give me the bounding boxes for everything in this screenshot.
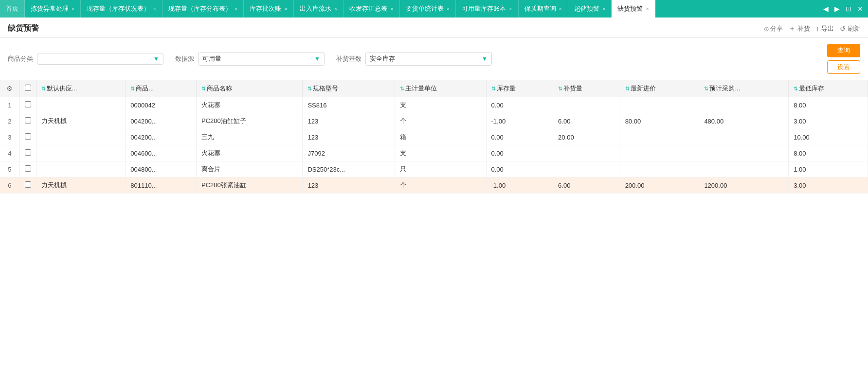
close-tab-11[interactable]: × xyxy=(646,6,649,12)
row-goods-name: 火花塞 xyxy=(197,145,303,161)
table-row: 4 004600... 火花塞 J7092 支 0.00 8.00 xyxy=(0,145,868,161)
replenish-basis-select[interactable]: 安全库存 ▼ xyxy=(365,52,492,66)
share-button[interactable]: ⎋ 分享 xyxy=(764,24,783,33)
row-unit: 支 xyxy=(395,97,486,113)
close-tab-9[interactable]: × xyxy=(559,6,562,12)
column-latest-price[interactable]: ⇅最新进价 xyxy=(620,80,699,97)
column-unit[interactable]: ⇅主计量单位 xyxy=(395,80,486,97)
row-checkbox[interactable] xyxy=(25,149,31,156)
row-replenish: 6.00 xyxy=(553,113,620,129)
filter-bar: 商品分类 ▼ 数据源 可用量 ▼ 补货基数 安全库存 ▼ 查询 设置 xyxy=(0,38,868,80)
row-min-stock: 3.00 xyxy=(789,177,868,194)
close-tab-7[interactable]: × xyxy=(447,6,450,12)
nav-close-icon[interactable]: ✕ xyxy=(854,5,866,13)
tab-inout-flow[interactable]: 出入库流水 × xyxy=(294,0,344,18)
category-select[interactable]: ▼ xyxy=(37,53,163,65)
row-latest-price xyxy=(620,145,699,161)
settings-button[interactable]: 设置 xyxy=(827,60,860,74)
column-spec[interactable]: ⇅规格型号 xyxy=(303,80,395,97)
datasource-select[interactable]: 可用量 ▼ xyxy=(198,52,325,66)
close-tab-3[interactable]: × xyxy=(235,6,237,12)
row-default-supplier: 力天机械 xyxy=(36,177,126,194)
tab-inventory-status[interactable]: 现存量（库存状况表） × xyxy=(81,0,162,18)
row-num: 6 xyxy=(0,177,19,194)
row-replenish: 6.00 xyxy=(553,177,620,194)
row-unit: 个 xyxy=(395,113,486,129)
tab-receipt-summary[interactable]: 收发存汇总表 × xyxy=(344,0,399,18)
datasource-label: 数据源 xyxy=(175,54,194,63)
row-latest-price: 80.00 xyxy=(620,113,699,129)
row-goods-code: 801110... xyxy=(126,177,197,194)
row-num: 1 xyxy=(0,97,19,113)
row-min-stock: 3.00 xyxy=(789,113,868,129)
table-row: 2 力天机械 004200... PC200油缸缸子 123 个 -1.00 6… xyxy=(0,113,868,129)
row-latest-price xyxy=(620,129,699,145)
row-spec: 123 xyxy=(303,177,395,194)
page-container: 缺货预警 ⎋ 分享 ＋ 补货 ↑ 导出 ↺ 刷新 商品分类 xyxy=(0,18,868,387)
query-button[interactable]: 查询 xyxy=(827,44,860,57)
refresh-button[interactable]: ↺ 刷新 xyxy=(840,24,860,33)
close-tab-2[interactable]: × xyxy=(153,6,156,12)
close-tab-10[interactable]: × xyxy=(602,6,605,12)
tab-batch-account[interactable]: 库存批次账 × xyxy=(244,0,293,18)
column-replenish[interactable]: ⇅补货量 xyxy=(553,80,620,97)
row-spec: DS250*23c... xyxy=(303,161,395,177)
tab-home[interactable]: 首页 xyxy=(0,0,25,18)
tab-expiry-query[interactable]: 保质期查询 × xyxy=(519,0,568,18)
row-min-stock: 10.00 xyxy=(789,129,868,145)
tab-shortage-warning[interactable]: 缺货预警 × xyxy=(612,0,655,18)
row-goods-name: 三九 xyxy=(197,129,303,145)
nav-prev-icon[interactable]: ◀ xyxy=(820,5,832,13)
row-checkbox[interactable] xyxy=(25,133,31,140)
table-row: 5 004800... 离合片 DS250*23c... 只 0.00 1.00 xyxy=(0,161,868,177)
close-tab-4[interactable]: × xyxy=(284,6,287,12)
select-all-checkbox[interactable] xyxy=(25,85,31,91)
nav-next-icon[interactable]: ▶ xyxy=(832,5,843,13)
row-checkbox[interactable] xyxy=(25,117,31,123)
row-spec: 123 xyxy=(303,113,395,129)
category-filter-group: 商品分类 ▼ xyxy=(8,53,163,65)
row-stock: -1.00 xyxy=(486,113,553,129)
close-tab-6[interactable]: × xyxy=(390,6,393,12)
row-default-supplier: 力天机械 xyxy=(36,113,126,129)
row-goods-name: PC200油缸缸子 xyxy=(197,113,303,129)
nav-restore-icon[interactable]: ⊡ xyxy=(843,5,854,13)
row-unit: 只 xyxy=(395,161,486,177)
row-checkbox[interactable] xyxy=(25,101,31,107)
tab-inventory-dist[interactable]: 现存量（库存分布表） × xyxy=(163,0,244,18)
row-num: 3 xyxy=(0,129,19,145)
datasource-arrow-icon: ▼ xyxy=(314,55,320,62)
row-goods-code: 004600... xyxy=(126,145,197,161)
column-est-purchase[interactable]: ⇅预计采购... xyxy=(699,80,789,97)
export-button[interactable]: ↑ 导出 xyxy=(816,24,834,33)
row-checkbox[interactable] xyxy=(25,181,31,188)
column-goods-name[interactable]: ⇅商品名称 xyxy=(197,80,303,97)
tab-available-ledger[interactable]: 可用量库存账本 × xyxy=(456,0,518,18)
row-unit: 箱 xyxy=(395,129,486,145)
row-goods-code: 004200... xyxy=(126,113,197,129)
replenish-button[interactable]: ＋ 补货 xyxy=(789,24,810,33)
tab-picking-exception[interactable]: 拣货异常处理 × xyxy=(25,0,81,18)
row-unit: 支 xyxy=(395,145,486,161)
row-checkbox-cell xyxy=(19,97,36,113)
row-default-supplier xyxy=(36,145,126,161)
column-stock[interactable]: ⇅库存量 xyxy=(486,80,553,97)
row-default-supplier xyxy=(36,161,126,177)
row-replenish xyxy=(553,161,620,177)
column-goods-code[interactable]: ⇅商品... xyxy=(126,80,197,97)
column-default-supplier[interactable]: ⇅默认供应... xyxy=(36,80,126,97)
close-tab-8[interactable]: × xyxy=(509,6,512,12)
datasource-value: 可用量 xyxy=(202,54,221,63)
row-checkbox[interactable] xyxy=(25,165,31,172)
row-latest-price xyxy=(620,161,699,177)
tab-demand-stats[interactable]: 要货单统计表 × xyxy=(400,0,456,18)
close-tab-1[interactable]: × xyxy=(72,6,74,12)
row-est-purchase: 480.00 xyxy=(699,113,789,129)
close-tab-5[interactable]: × xyxy=(334,6,337,12)
tab-overstock-warning[interactable]: 超储预警 × xyxy=(568,0,612,18)
row-checkbox-cell xyxy=(19,113,36,129)
row-stock: 0.00 xyxy=(486,161,553,177)
row-stock: -1.00 xyxy=(486,177,553,194)
gear-icon[interactable]: ⚙ xyxy=(6,85,13,92)
column-min-stock[interactable]: ⇅最低库存 xyxy=(789,80,868,97)
